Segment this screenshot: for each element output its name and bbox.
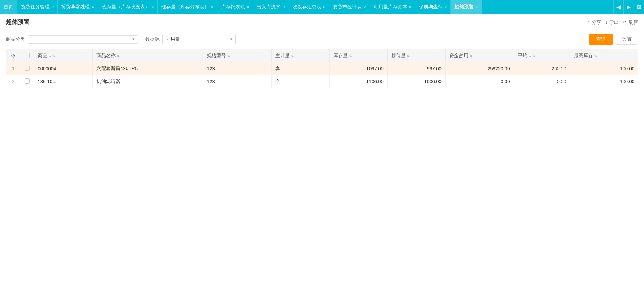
cell-overstock: 997.00 bbox=[387, 62, 445, 75]
nav-item-tuo-exception[interactable]: 拣货异常处理× bbox=[58, 0, 98, 14]
th-stock[interactable]: 库存量 ⇅ bbox=[329, 49, 387, 62]
cell-name: 机油滤清器 bbox=[93, 75, 203, 88]
maxstock-sort-icon: ⇅ bbox=[594, 54, 597, 58]
average-sort-icon: ⇅ bbox=[532, 54, 535, 58]
close-icon[interactable]: × bbox=[151, 5, 154, 9]
gear-icon: ⚙ bbox=[11, 53, 15, 59]
category-select[interactable]: ▾ bbox=[28, 35, 138, 44]
th-spec[interactable]: 规格型号 ⇅ bbox=[203, 49, 272, 62]
page-title: 超储预警 bbox=[6, 18, 29, 26]
th-capital[interactable]: 资金占用 ⇅ bbox=[445, 49, 514, 62]
nav-item-quality-check[interactable]: 保质期查询× bbox=[415, 0, 451, 14]
filter-actions: 查询 设置 bbox=[589, 34, 638, 45]
header-checkbox[interactable] bbox=[25, 53, 30, 58]
settings-button[interactable]: 设置 bbox=[616, 34, 638, 45]
cell-capital: 259220.00 bbox=[445, 62, 514, 75]
cell-average: 260.00 bbox=[514, 62, 570, 75]
query-button[interactable]: 查询 bbox=[589, 34, 613, 45]
th-unit-label: 主计量 bbox=[275, 52, 290, 59]
main-content: 超储预警 ↗ 分享 ↓ 导出 ↺ 刷新 商品分类 ▾ 数据源 bbox=[0, 14, 644, 293]
th-stock-label: 库存量 bbox=[333, 52, 348, 59]
datasource-filter-group: 数据源 可用量 ▾ bbox=[145, 34, 236, 44]
th-code-label: 商品... bbox=[38, 52, 51, 59]
share-button[interactable]: ↗ 分享 bbox=[586, 19, 601, 26]
cell-code: 0000004 bbox=[34, 62, 93, 75]
nav-left-arrow[interactable]: ◀ bbox=[613, 0, 623, 14]
nav-item-available-stock[interactable]: 可用量库存账本× bbox=[370, 0, 415, 14]
close-icon[interactable]: × bbox=[363, 5, 366, 9]
stock-sort-icon: ⇅ bbox=[349, 54, 352, 58]
cell-spec: 123 bbox=[203, 62, 272, 75]
table-body: 10000004六配套新昌490BPG123套1097.00997.002592… bbox=[6, 62, 638, 88]
th-capital-label: 资金占用 bbox=[449, 52, 468, 59]
th-average[interactable]: 平均... ⇅ bbox=[514, 49, 570, 62]
top-nav: 首页拣货任务管理×拣货异常处理×现存量（库存状况表）×现存量（库存分布表）×库存… bbox=[0, 0, 644, 14]
cell-stock: 1106.00 bbox=[329, 75, 387, 88]
cell-capital: 0.00 bbox=[445, 75, 514, 88]
overstock-sort-icon: ⇅ bbox=[407, 54, 410, 58]
th-name-label: 商品名称 bbox=[96, 52, 116, 59]
row-checkbox[interactable] bbox=[25, 66, 30, 71]
th-unit[interactable]: 主计量 ⇅ bbox=[271, 49, 329, 62]
nav-item-home[interactable]: 首页 bbox=[0, 0, 17, 14]
nav-item-inout-flow[interactable]: 出入库流水× bbox=[253, 0, 289, 14]
nav-item-receive-send[interactable]: 收发存汇总表× bbox=[289, 0, 329, 14]
row-checkbox[interactable] bbox=[25, 78, 30, 84]
close-icon[interactable]: × bbox=[51, 5, 54, 9]
cell-maxstock: 100.00 bbox=[570, 62, 638, 75]
cell-average: 0.00 bbox=[514, 75, 570, 88]
close-icon[interactable]: × bbox=[323, 5, 325, 9]
close-icon[interactable]: × bbox=[247, 5, 249, 9]
row-number: 1 bbox=[6, 62, 21, 75]
close-icon[interactable]: × bbox=[92, 5, 94, 9]
cell-code: 186-10... bbox=[34, 75, 93, 88]
unit-sort-icon: ⇅ bbox=[291, 54, 294, 58]
datasource-select-value: 可用量 bbox=[166, 36, 180, 42]
table-header-row: ⚙ 商品... ⇅ 商品名称 ⇅ bbox=[6, 49, 638, 62]
datasource-select[interactable]: 可用量 ▾ bbox=[162, 34, 236, 44]
nav-expand-arrow[interactable]: ⊞ bbox=[634, 0, 644, 14]
export-button[interactable]: ↓ 导出 bbox=[605, 19, 619, 26]
nav-item-inventory-batch[interactable]: 库存批次账× bbox=[217, 0, 253, 14]
row-checkbox-cell bbox=[21, 62, 34, 75]
close-icon[interactable]: × bbox=[409, 5, 411, 9]
cell-unit: 个 bbox=[271, 75, 329, 88]
refresh-button[interactable]: ↺ 刷新 bbox=[623, 19, 638, 26]
th-maxstock[interactable]: 最高库存 ⇅ bbox=[570, 49, 638, 62]
code-sort-icon: ⇅ bbox=[52, 54, 55, 58]
th-settings[interactable]: ⚙ bbox=[6, 49, 21, 62]
nav-item-tuo-task[interactable]: 拣货任务管理× bbox=[17, 0, 58, 14]
nav-item-inventory-status[interactable]: 现存量（库存状况表）× bbox=[98, 0, 158, 14]
close-icon[interactable]: × bbox=[444, 5, 447, 9]
th-overstock[interactable]: 超储量 ⇅ bbox=[387, 49, 445, 62]
cell-stock: 1097.00 bbox=[329, 62, 387, 75]
table-row: 10000004六配套新昌490BPG123套1097.00997.002592… bbox=[6, 62, 638, 75]
category-label: 商品分类 bbox=[6, 36, 25, 42]
cell-unit: 套 bbox=[271, 62, 329, 75]
table-row: 2186-10...机油滤清器123个1106.001006.000.000.0… bbox=[6, 75, 638, 88]
close-icon[interactable]: × bbox=[211, 5, 213, 9]
datasource-label: 数据源 bbox=[145, 36, 160, 42]
nav-item-overstock-warning[interactable]: 超储预警× bbox=[451, 0, 482, 14]
datasource-chevron-icon: ▾ bbox=[230, 37, 233, 42]
filter-area: 商品分类 ▾ 数据源 可用量 ▾ 查询 设置 bbox=[0, 29, 644, 49]
th-average-label: 平均... bbox=[518, 52, 531, 59]
cell-name: 六配套新昌490BPG bbox=[93, 62, 203, 75]
share-icon: ↗ bbox=[586, 19, 590, 25]
nav-right-arrow[interactable]: ▶ bbox=[623, 0, 634, 14]
close-icon[interactable]: × bbox=[475, 5, 477, 9]
nav-item-inventory-dist[interactable]: 现存量（库存分布表）× bbox=[158, 0, 217, 14]
th-checkbox[interactable] bbox=[21, 49, 34, 62]
refresh-label: 刷新 bbox=[629, 19, 638, 26]
th-code[interactable]: 商品... ⇅ bbox=[34, 49, 93, 62]
close-icon[interactable]: × bbox=[282, 5, 285, 9]
cell-maxstock: 100.00 bbox=[570, 75, 638, 88]
th-name[interactable]: 商品名称 ⇅ bbox=[93, 49, 203, 62]
page-header: 超储预警 ↗ 分享 ↓ 导出 ↺ 刷新 bbox=[0, 14, 644, 29]
header-actions: ↗ 分享 ↓ 导出 ↺ 刷新 bbox=[586, 19, 638, 26]
data-table: ⚙ 商品... ⇅ 商品名称 ⇅ bbox=[6, 49, 638, 88]
cell-spec: 123 bbox=[203, 75, 272, 88]
row-number: 2 bbox=[6, 75, 21, 88]
category-filter-group: 商品分类 ▾ bbox=[6, 35, 138, 44]
nav-item-order-stats[interactable]: 要货单统计表× bbox=[329, 0, 370, 14]
